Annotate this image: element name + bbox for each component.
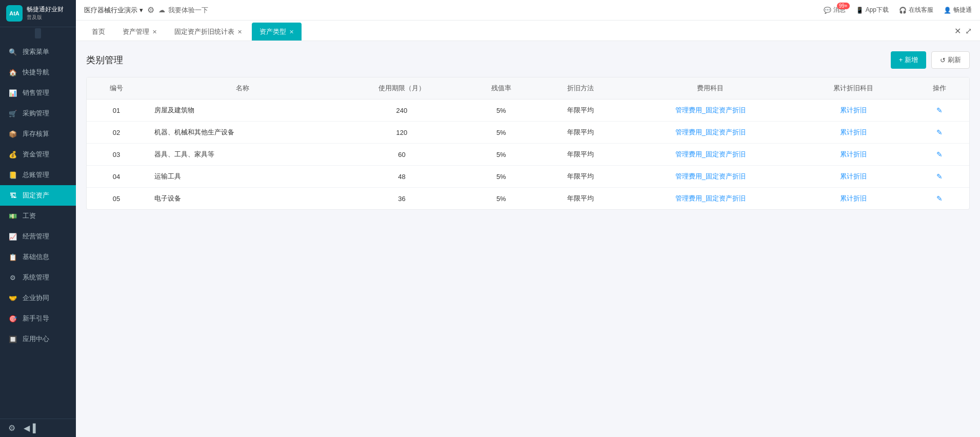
col-header: 名称 [146, 77, 339, 100]
headset-icon: 🎧 [899, 7, 907, 14]
sidebar-item-fixed-assets[interactable]: 🏗 固定资产 [0, 185, 76, 206]
col-header: 操作 [910, 77, 969, 100]
settings-button[interactable]: ⚙ [147, 5, 154, 15]
sidebar-item-system[interactable]: ⚙ 系统管理 [0, 267, 76, 288]
table-row: 02机器、机械和其他生产设备1205%年限平均管理费用_固定资产折旧累计折旧✎ [87, 122, 969, 144]
sidebar-item-basic-info[interactable]: 📋 基础信息 [0, 247, 76, 267]
action-cell: ✎ [910, 100, 969, 122]
nav-icon-search: 🔍 [8, 47, 17, 56]
sidebar-item-inventory[interactable]: 📦 库存核算 [0, 124, 76, 144]
sidebar-item-capital[interactable]: 💰 资金管理 [0, 144, 76, 165]
company-selector[interactable]: 医疗器械行业演示 ▾ [84, 6, 143, 15]
tab-home[interactable]: 首页 [84, 23, 113, 41]
tab-close-depreciation-table[interactable]: ✕ [237, 29, 242, 35]
col-header: 累计折旧科目 [797, 77, 910, 100]
col-header: 编号 [87, 77, 146, 100]
page-header: 类别管理 + 新增 ↺ 刷新 [86, 51, 970, 69]
nav-icon-ledger: 📒 [8, 170, 17, 180]
tab-label-home: 首页 [92, 27, 105, 36]
action-cell: ✎ [910, 122, 969, 144]
experience-button[interactable]: ☁ 我要体验一下 [158, 6, 208, 15]
sidebar-item-payroll[interactable]: 💵 工资 [0, 206, 76, 226]
col-header: 折旧方法 [537, 77, 624, 100]
sidebar-item-purchase[interactable]: 🛒 采购管理 [0, 103, 76, 124]
user-icon: 👤 [944, 7, 951, 14]
cloud-experience-icon: ☁ [158, 6, 165, 14]
phone-icon: 📱 [856, 7, 864, 14]
sidebar: AtA 畅捷通好业财 普及版 🔍 搜索菜单 🏠 快捷导航 📊 销售管理 🛒 采购… [0, 0, 76, 437]
sidebar-label-payroll: 工资 [23, 211, 36, 221]
sidebar-item-operations[interactable]: 📈 经营管理 [0, 226, 76, 247]
page-title: 类别管理 [86, 54, 123, 66]
sidebar-menu: 🔍 搜索菜单 🏠 快捷导航 📊 销售管理 🛒 采购管理 📦 库存核算 💰 资金管… [0, 39, 76, 419]
nav-icon-fixed-assets: 🏗 [8, 191, 17, 200]
col-header: 费用科目 [624, 77, 797, 100]
logo-icon: AtA [6, 5, 23, 22]
nav-icon-payroll: 💵 [8, 211, 17, 221]
message-icon: 💬 [824, 7, 831, 14]
edit-button[interactable]: ✎ [936, 128, 943, 136]
nav-icon-system: ⚙ [8, 273, 17, 282]
sidebar-label-sales: 销售管理 [23, 88, 49, 97]
sidebar-label-search: 搜索菜单 [23, 47, 49, 56]
edit-button[interactable]: ✎ [936, 106, 943, 114]
edit-button[interactable]: ✎ [936, 172, 943, 181]
action-cell: ✎ [910, 188, 969, 210]
sidebar-item-sales[interactable]: 📊 销售管理 [0, 83, 76, 103]
refresh-icon: ↺ [940, 56, 946, 64]
tab-label-asset-mgmt: 资产管理 [123, 27, 149, 36]
scrollbar-up[interactable] [35, 28, 41, 38]
dropdown-arrow-icon: ▾ [139, 6, 143, 14]
user-button[interactable]: 👤 畅捷通 [944, 6, 972, 14]
expand-tab-icon[interactable]: ⤢ [965, 26, 972, 35]
edit-button[interactable]: ✎ [936, 194, 943, 203]
settings-icon[interactable]: ⚙ [8, 423, 15, 433]
sidebar-label-system: 系统管理 [23, 273, 49, 282]
close-tab-icon[interactable]: ✕ [954, 26, 961, 35]
sidebar-item-quick-nav[interactable]: 🏠 快捷导航 [0, 62, 76, 83]
table-row: 04运输工具485%年限平均管理费用_固定资产折旧累计折旧✎ [87, 166, 969, 188]
message-button[interactable]: 💬 消息 99+ [824, 6, 846, 14]
app-name: 畅捷通好业财 [27, 6, 64, 14]
new-button[interactable]: + 新增 [891, 51, 926, 69]
nav-icon-capital: 💰 [8, 150, 17, 159]
customer-service-button[interactable]: 🎧 在线客服 [899, 6, 933, 14]
collapse-icon[interactable]: ◀▐ [24, 423, 35, 433]
sidebar-item-app-center[interactable]: 🔲 应用中心 [0, 329, 76, 349]
table-row: 05电子设备365%年限平均管理费用_固定资产折旧累计折旧✎ [87, 188, 969, 210]
edit-button[interactable]: ✎ [936, 150, 943, 158]
nav-icon-app-center: 🔲 [8, 334, 17, 344]
sidebar-label-guide: 新手引导 [23, 314, 49, 323]
sidebar-footer: ⚙ ◀▐ [0, 419, 76, 437]
sidebar-item-search[interactable]: 🔍 搜索菜单 [0, 42, 76, 62]
refresh-button[interactable]: ↺ 刷新 [931, 51, 970, 69]
sidebar-item-cooperation[interactable]: 🤝 企业协同 [0, 288, 76, 308]
tab-depreciation-table[interactable]: 固定资产折旧统计表✕ [167, 23, 250, 41]
nav-icon-basic-info: 📋 [8, 252, 17, 262]
action-cell: ✎ [910, 166, 969, 188]
tab-asset-mgmt[interactable]: 资产管理✕ [115, 23, 165, 41]
nav-icon-inventory: 📦 [8, 129, 17, 138]
sidebar-item-ledger[interactable]: 📒 总账管理 [0, 165, 76, 185]
sidebar-label-ledger: 总账管理 [23, 170, 49, 180]
sidebar-item-guide[interactable]: 🎯 新手引导 [0, 308, 76, 329]
table-row: 03器具、工具、家具等605%年限平均管理费用_固定资产折旧累计折旧✎ [87, 144, 969, 166]
nav-icon-quick-nav: 🏠 [8, 68, 17, 77]
nav-icon-guide: 🎯 [8, 314, 17, 323]
col-header: 使用期限（月） [339, 77, 465, 100]
sidebar-label-capital: 资金管理 [23, 150, 49, 159]
app-download-button[interactable]: 📱 App下载 [856, 6, 889, 14]
tab-label-depreciation-table: 固定资产折旧统计表 [174, 27, 234, 36]
sidebar-label-operations: 经营管理 [23, 232, 49, 241]
tab-close-asset-mgmt[interactable]: ✕ [152, 29, 157, 35]
tab-asset-type[interactable]: 资产类型✕ [252, 23, 302, 41]
app-badge: 普及版 [27, 14, 64, 21]
main-area: 医疗器械行业演示 ▾ ⚙ ☁ 我要体验一下 💬 消息 99+ 📱 App下载 🎧… [76, 0, 980, 437]
main-content: 类别管理 + 新增 ↺ 刷新 编号名称使用期限（月）残值率折旧方法费用科目累计折… [76, 41, 980, 437]
tab-close-asset-type[interactable]: ✕ [289, 29, 294, 35]
sidebar-label-cooperation: 企业协同 [23, 293, 49, 303]
tab-bar: 首页资产管理✕固定资产折旧统计表✕资产类型✕ ✕ ⤢ [76, 21, 980, 41]
company-name: 医疗器械行业演示 [84, 6, 137, 15]
nav-icon-cooperation: 🤝 [8, 293, 17, 303]
action-cell: ✎ [910, 144, 969, 166]
